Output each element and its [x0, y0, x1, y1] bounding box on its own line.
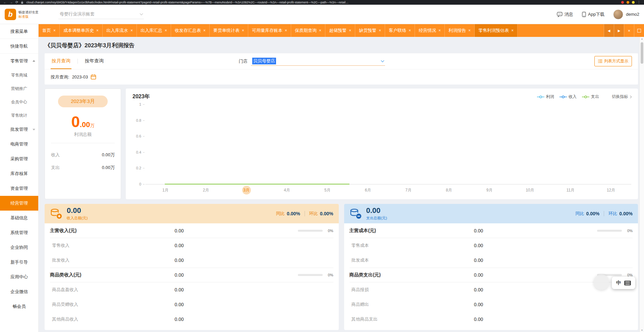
tab-available-stock-ledger[interactable]: 可用量库存账本×: [248, 24, 291, 37]
close-icon[interactable]: ×: [438, 28, 441, 33]
table-row[interactable]: 商品类支出(元) 0.00 0%: [350, 268, 633, 282]
scrollbar-thumb[interactable]: [641, 42, 643, 64]
browser-menu-icon[interactable]: ⋮: [637, 1, 641, 4]
close-icon[interactable]: ×: [511, 28, 514, 33]
ime-lang-indicator[interactable]: 中: [616, 280, 621, 286]
extension-icon[interactable]: [632, 1, 635, 4]
sidebar-item-chang-member[interactable]: 畅会员: [0, 299, 38, 314]
list-display-button[interactable]: 列表方式显示: [594, 56, 632, 66]
close-all-tabs-button[interactable]: ×: [624, 24, 634, 37]
account-select[interactable]: 母婴行业演示账套: [58, 9, 144, 19]
sidebar-item-wholesale-mgmt[interactable]: 批发管理: [0, 122, 38, 137]
store-value: 贝贝母婴店: [252, 58, 276, 64]
sidebar-item-enterprise-wechat[interactable]: 企业微信: [0, 284, 38, 299]
extension-icon[interactable]: [627, 1, 629, 4]
sidebar-item-operations-mgmt[interactable]: 经营管理: [0, 196, 38, 211]
table-row[interactable]: 批发成本 0.00: [350, 253, 633, 268]
close-icon[interactable]: ×: [242, 28, 244, 33]
sidebar-item-app-center[interactable]: 应用中心: [0, 270, 38, 284]
close-icon[interactable]: ×: [203, 28, 206, 33]
messages-button[interactable]: 消息: [557, 11, 573, 17]
tab-stockout-alert[interactable]: 缺货预警×: [355, 24, 385, 37]
month-query-label: 按月查询:: [51, 74, 69, 80]
avatar[interactable]: [613, 9, 623, 19]
sidebar-item-retail-mall[interactable]: 零售商城: [0, 68, 38, 82]
table-row[interactable]: 商品盘盈收入 0.00: [50, 282, 333, 297]
legend-item-income[interactable]: 收入: [559, 94, 577, 100]
close-icon[interactable]: ×: [468, 28, 471, 33]
tab-yearly-query[interactable]: 按年查询: [84, 53, 105, 69]
user-menu[interactable]: demo2: [613, 9, 639, 19]
back-icon[interactable]: ←: [3, 1, 7, 4]
close-icon[interactable]: ×: [285, 28, 287, 33]
close-icon[interactable]: ×: [379, 28, 381, 33]
scroll-up-icon[interactable]: ▲: [640, 38, 644, 40]
legend-item-profit[interactable]: 利润: [537, 94, 554, 100]
sidebar-item-system-mgmt[interactable]: 系统管理: [0, 225, 38, 240]
tab-monthly-query[interactable]: 按月查询: [51, 53, 71, 69]
close-icon[interactable]: ×: [130, 28, 133, 33]
close-icon[interactable]: ×: [96, 28, 99, 33]
refresh-icon[interactable]: ⟳: [15, 1, 18, 4]
tab-scroll-left-button[interactable]: ◀: [604, 24, 614, 37]
tab-retail-profit-forecast[interactable]: 零售利润预估表×: [475, 24, 518, 37]
table-row[interactable]: 主营收入(元) 0.00 0%: [50, 223, 333, 238]
sidebar-item-marketing[interactable]: 营销推广: [0, 82, 38, 95]
tab-homepage[interactable]: 首页×: [39, 24, 60, 37]
tab-inout-flow[interactable]: 出入库流水×: [103, 24, 137, 37]
store-select[interactable]: 贝贝母婴店: [251, 57, 385, 66]
table-row[interactable]: 商品赠出 0.00: [350, 297, 633, 312]
tab-shelf-life-query[interactable]: 保质期查询×: [291, 24, 325, 37]
sidebar-item-inventory-accounting[interactable]: 库存核算: [0, 166, 38, 181]
ime-float-bubble[interactable]: [594, 274, 609, 290]
sidebar-item-ecommerce-mgmt[interactable]: 电商管理: [0, 137, 38, 152]
vertical-scrollbar[interactable]: ▲ ▼: [639, 37, 644, 332]
forward-icon[interactable]: →: [9, 1, 13, 4]
sidebar-item-funds-mgmt[interactable]: 资金管理: [0, 181, 38, 196]
tab-receipt-dispatch-summary[interactable]: 收发存汇总表×: [171, 24, 210, 37]
sidebar-item-beginner-guide[interactable]: 新手引导: [0, 255, 38, 270]
app-download-button[interactable]: App下载: [582, 11, 604, 17]
tab-cost-adjust-history[interactable]: 成本调整单历史×: [60, 24, 103, 37]
fullscreen-button[interactable]: [634, 24, 644, 37]
tab-profit-report[interactable]: 利润报告×: [445, 24, 475, 37]
table-row[interactable]: 商品类收入(元) 0.00 0%: [50, 268, 333, 282]
table-row[interactable]: 商品受赠收入 0.00: [50, 297, 333, 312]
sidebar-item-quick-nav[interactable]: 快捷导航: [0, 39, 38, 54]
sidebar-item-retail-mgmt[interactable]: 零售管理: [0, 54, 38, 68]
url-text[interactable]: cloud.chanjet.com/nsy/d4Gb/Y4daqxn/1o1e3…: [26, 1, 619, 4]
table-row[interactable]: 零售成本 0.00: [350, 238, 633, 253]
tab-customer-contact[interactable]: 客户联络×: [385, 24, 415, 37]
keyboard-icon[interactable]: [624, 281, 631, 285]
legend-item-expense[interactable]: 支出: [582, 94, 599, 100]
sidebar-item-retail-stats[interactable]: 零售统计: [0, 109, 38, 122]
table-row[interactable]: 主营成本(元) 0.00 0%: [350, 223, 633, 238]
sidebar-item-enterprise-collab[interactable]: 企业协同: [0, 240, 38, 255]
table-row[interactable]: 批发收入 0.00: [50, 253, 333, 268]
tab-scroll-right-button[interactable]: ▶: [614, 24, 624, 37]
tab-inout-summary[interactable]: 出入库汇总×: [137, 24, 171, 37]
close-icon[interactable]: ×: [409, 28, 411, 33]
sidebar-item-search-menu[interactable]: 搜索菜单: [0, 24, 38, 39]
ime-toolbar[interactable]: 中: [612, 277, 635, 289]
close-icon[interactable]: ×: [319, 28, 321, 33]
tab-overstock-alert[interactable]: 超储预警×: [325, 24, 355, 37]
calendar-icon[interactable]: [91, 74, 96, 80]
close-icon[interactable]: ×: [53, 28, 56, 33]
table-row[interactable]: 零售收入 0.00: [50, 238, 333, 253]
month-query-value[interactable]: 2023-03: [72, 74, 88, 79]
close-icon[interactable]: ×: [165, 28, 167, 33]
table-row[interactable]: 其他商品支出 0.00: [350, 312, 633, 327]
switch-metric-link[interactable]: 切换指标: [612, 94, 631, 100]
close-icon[interactable]: ×: [349, 28, 351, 33]
table-row[interactable]: 商品报损 0.00: [350, 282, 633, 297]
sidebar-item-purchase-mgmt[interactable]: 采购管理: [0, 152, 38, 166]
sidebar-item-member-center[interactable]: 会员中心: [0, 95, 38, 109]
y-axis-label: 0.6: [132, 134, 141, 138]
extension-icon[interactable]: [621, 1, 624, 4]
table-row[interactable]: 其他商品收入 0.00: [50, 312, 333, 327]
tab-business-status[interactable]: 经营情况×: [415, 24, 445, 37]
scroll-down-icon[interactable]: ▼: [640, 329, 644, 331]
tab-order-stats[interactable]: 要货单统计表×: [210, 24, 248, 37]
sidebar-item-basic-info[interactable]: 基础信息: [0, 211, 38, 225]
